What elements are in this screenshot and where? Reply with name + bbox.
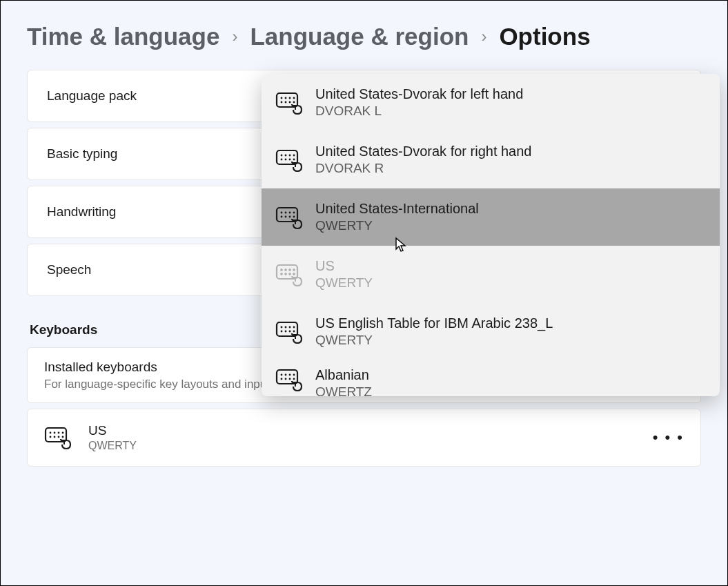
svg-point-13 [289, 97, 291, 99]
keyboard-layout: QWERTY [88, 440, 137, 452]
keyboard-icon [275, 148, 303, 173]
svg-point-34 [293, 211, 295, 213]
svg-point-65 [281, 378, 283, 380]
svg-point-22 [285, 154, 287, 156]
svg-point-23 [289, 154, 291, 156]
svg-point-1 [50, 432, 52, 434]
svg-point-43 [289, 268, 291, 271]
dropdown-item-layout: QWERTY [315, 275, 373, 291]
keyboard-icon [275, 262, 303, 287]
svg-point-61 [281, 374, 283, 376]
keyboard-icon [44, 425, 72, 450]
svg-point-62 [285, 374, 287, 376]
svg-point-64 [293, 374, 295, 376]
dropdown-item-layout: QWERTY [315, 218, 479, 233]
svg-point-48 [293, 273, 295, 275]
svg-point-54 [293, 326, 295, 328]
svg-point-46 [285, 273, 287, 275]
svg-point-68 [293, 378, 295, 380]
handwriting-label: Handwriting [47, 204, 116, 219]
breadcrumb-language-region[interactable]: Language & region [250, 23, 469, 50]
dropdown-item-name: United States-International [315, 201, 479, 217]
svg-point-5 [50, 436, 52, 438]
svg-point-47 [289, 273, 291, 275]
svg-point-35 [281, 215, 283, 217]
svg-point-55 [281, 330, 283, 332]
svg-point-56 [285, 330, 287, 332]
breadcrumb-time-language[interactable]: Time & language [27, 23, 219, 50]
svg-point-14 [293, 97, 295, 99]
more-options-button[interactable]: • • • [653, 429, 684, 447]
chevron-right-icon: › [481, 27, 486, 46]
svg-point-12 [285, 97, 287, 99]
svg-point-37 [289, 215, 291, 217]
dropdown-item-us-intl[interactable]: United States-International QWERTY [262, 188, 720, 246]
installed-keyboard-row[interactable]: US QWERTY • • • [27, 409, 701, 467]
svg-point-58 [293, 330, 295, 332]
svg-point-7 [58, 436, 60, 438]
keyboard-icon [275, 90, 303, 115]
dropdown-item-name: United States-Dvorak for left hand [315, 86, 523, 102]
dropdown-item-layout: DVORAK R [315, 161, 532, 176]
dropdown-item-name: US [315, 258, 373, 274]
keyboard-icon [275, 205, 303, 230]
svg-point-53 [289, 326, 291, 328]
keyboard-icon [275, 367, 303, 392]
svg-point-44 [293, 268, 295, 271]
dropdown-item-layout: QWERTY [315, 333, 553, 348]
svg-point-28 [293, 158, 295, 160]
svg-point-38 [293, 215, 295, 217]
language-pack-label: Language pack [47, 88, 137, 104]
dropdown-item-us: US QWERTY [262, 246, 720, 303]
svg-point-24 [293, 154, 295, 156]
svg-point-18 [293, 101, 295, 103]
svg-point-63 [289, 374, 291, 376]
svg-point-27 [289, 158, 291, 160]
dropdown-item-layout: QWERTZ [315, 384, 372, 396]
keyboard-icon [275, 320, 303, 344]
svg-point-8 [62, 436, 64, 438]
svg-point-16 [285, 101, 287, 103]
dropdown-item-dvorak-left[interactable]: United States-Dvorak for left hand DVORA… [262, 74, 720, 131]
dropdown-item-name: United States-Dvorak for right hand [315, 144, 532, 159]
breadcrumb: Time & language › Language & region › Op… [1, 1, 727, 70]
svg-point-36 [285, 215, 287, 217]
dropdown-item-dvorak-right[interactable]: United States-Dvorak for right hand DVOR… [262, 131, 720, 188]
svg-point-25 [281, 158, 283, 160]
basic-typing-label: Basic typing [47, 146, 117, 162]
dropdown-item-name: Albanian [315, 367, 372, 383]
svg-point-21 [281, 154, 283, 156]
svg-point-52 [285, 326, 287, 328]
dropdown-item-albanian[interactable]: Albanian QWERTZ [262, 360, 720, 396]
svg-point-32 [285, 211, 287, 213]
chevron-right-icon: › [232, 27, 237, 46]
keyboard-name: US [88, 423, 137, 438]
add-keyboard-dropdown: United States-Dvorak for left hand DVORA… [262, 74, 720, 396]
svg-point-67 [289, 378, 291, 380]
svg-point-33 [289, 211, 291, 213]
breadcrumb-options: Options [499, 23, 590, 50]
dropdown-item-name: US English Table for IBM Arabic 238_L [315, 315, 553, 331]
dropdown-item-layout: DVORAK L [315, 104, 523, 119]
svg-point-26 [285, 158, 287, 160]
svg-point-42 [285, 268, 287, 271]
speech-label: Speech [47, 262, 91, 277]
dropdown-item-ibm-arabic[interactable]: US English Table for IBM Arabic 238_L QW… [262, 303, 720, 360]
svg-point-57 [289, 330, 291, 332]
svg-point-2 [54, 432, 56, 434]
svg-point-4 [62, 432, 64, 434]
svg-point-15 [281, 101, 283, 103]
svg-point-51 [281, 326, 283, 328]
svg-point-31 [281, 211, 283, 213]
svg-point-41 [281, 268, 283, 271]
svg-point-11 [281, 97, 283, 99]
svg-point-45 [281, 273, 283, 275]
svg-point-3 [58, 432, 60, 434]
svg-point-17 [289, 101, 291, 103]
svg-point-6 [54, 436, 56, 438]
svg-point-66 [285, 378, 287, 380]
